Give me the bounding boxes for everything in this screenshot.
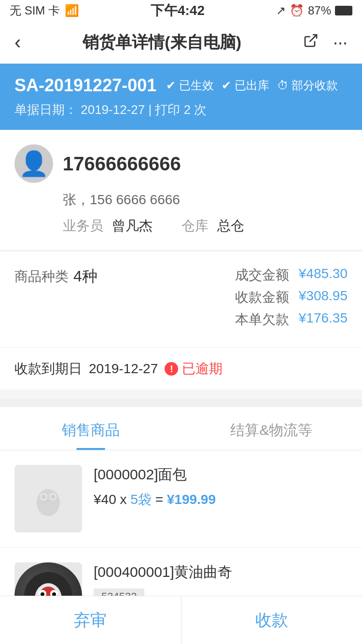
product-placeholder-1: 品+ [14, 465, 82, 532]
alarm-icon: ⏰ [290, 4, 304, 17]
cancel-review-label: 弃审 [74, 609, 107, 631]
amount-label: 成交金额 [235, 266, 289, 284]
amount-value: ¥485.30 [299, 266, 348, 284]
nav-bar: ‹ 销货单详情(来自电脑) ··· [0, 21, 362, 64]
header-banner: SA-20191227-001 ✔ 已生效 ✔ 已出库 ⏱ 部分收款 单据日期：… [0, 64, 362, 130]
stats-left: 商品种类 4种 [14, 266, 97, 287]
due-section: 收款到期日 2019-12-27 ! 已逾期 [0, 348, 362, 390]
warehouse-info: 仓库 总仓 [181, 217, 244, 235]
nav-actions: ··· [303, 32, 348, 53]
tabs: 销售商品 结算&物流等 [0, 407, 362, 450]
share-icon[interactable] [303, 32, 319, 53]
status-bar-right: ↗ ⏰ 87% [276, 4, 352, 17]
warehouse-name: 总仓 [217, 218, 244, 233]
overdue-icon: ! [165, 362, 178, 376]
print-count: | 打印 2 次 [148, 102, 207, 117]
debt-row: 本单欠款 ¥176.35 [235, 310, 348, 329]
banner-top: SA-20191227-001 ✔ 已生效 ✔ 已出库 ⏱ 部分收款 [14, 75, 348, 96]
status-bar-left: 无 SIM 卡 📶 [10, 3, 79, 18]
received-label: 收款金额 [235, 288, 289, 307]
collect-button[interactable]: 收款 [181, 596, 362, 644]
banner-date: 单据日期： 2019-12-27 | 打印 2 次 [14, 101, 348, 118]
product-info-1: [0000002]面包 ¥40 x 5袋 = ¥199.99 [94, 465, 348, 509]
customer-row: 👤 17666666666 [14, 144, 348, 183]
badge-partial: ⏱ 部分收款 [277, 78, 338, 93]
back-button[interactable]: ‹ [14, 31, 21, 53]
product-name-2: [000400001]黄油曲奇 [94, 562, 348, 582]
badge-shipped: ✔ 已出库 [222, 78, 269, 93]
customer-section: 👤 17666666666 张，156 6666 6666 业务员 曾凡杰 仓库… [0, 130, 362, 250]
svg-point-4 [42, 495, 45, 499]
svg-point-1 [37, 489, 60, 516]
cancel-review-button[interactable]: 弃审 [0, 596, 181, 644]
location-icon: ↗ [276, 4, 286, 17]
badge-activated: ✔ 已生效 [166, 78, 214, 93]
tab-settlement[interactable]: 结算&物流等 [181, 407, 362, 450]
price-eq-1: = [155, 492, 167, 507]
stats-section: 商品种类 4种 成交金额 ¥485.30 收款金额 ¥308.95 本单欠款 ¥… [0, 252, 362, 347]
amount-row: 成交金额 ¥485.30 [235, 266, 348, 284]
agent-info: 业务员 曾凡杰 [63, 217, 153, 235]
product-image-1: 品+ [14, 465, 82, 532]
received-value: ¥308.95 [299, 288, 348, 307]
date-value: 2019-12-27 [81, 102, 145, 117]
page-title: 销货单详情(来自电脑) [83, 31, 241, 54]
product-name-1: [0000002]面包 [94, 465, 348, 485]
tab-settlement-label: 结算&物流等 [230, 422, 312, 438]
collect-label: 收款 [255, 609, 288, 631]
due-label: 收款到期日 [14, 360, 82, 378]
warehouse-label: 仓库 [181, 218, 209, 233]
overdue-text: 已逾期 [182, 360, 223, 378]
received-row: 收款金额 ¥308.95 [235, 288, 348, 307]
customer-phone: 17666666666 [63, 153, 181, 175]
table-row: 品+ [0000002]面包 ¥40 x 5袋 = ¥199.99 [0, 450, 362, 547]
battery-icon [335, 6, 352, 15]
status-bar: 无 SIM 卡 📶 下午4:42 ↗ ⏰ 87% [0, 0, 362, 21]
section-divider [0, 399, 362, 407]
avatar: 👤 [14, 144, 53, 183]
stats-row: 商品种类 4种 成交金额 ¥485.30 收款金额 ¥308.95 本单欠款 ¥… [14, 266, 348, 333]
category-label: 商品种类 [14, 267, 69, 286]
tab-products[interactable]: 销售商品 [0, 407, 181, 450]
avatar-icon: 👤 [19, 150, 49, 178]
product-price-1: ¥40 x 5袋 = ¥199.99 [94, 490, 348, 509]
battery-label: 87% [308, 4, 331, 17]
price-base-1: ¥40 [94, 492, 116, 507]
date-label: 单据日期： [14, 102, 77, 117]
bottom-bar: 弃审 收款 [0, 596, 362, 644]
svg-line-0 [309, 35, 317, 42]
stats-right: 成交金额 ¥485.30 收款金额 ¥308.95 本单欠款 ¥176.35 [235, 266, 348, 333]
overdue-badge: ! 已逾期 [165, 360, 223, 378]
carrier-label: 无 SIM 卡 [10, 3, 60, 18]
status-bar-time: 下午4:42 [151, 1, 205, 20]
price-x-1: x [120, 492, 131, 507]
category-value: 4种 [73, 266, 97, 287]
agent-name: 曾凡杰 [112, 218, 153, 233]
status-badges: ✔ 已生效 ✔ 已出库 ⏱ 部分收款 [166, 78, 338, 93]
debt-label: 本单欠款 [235, 310, 289, 329]
price-qty-1: 5袋 [130, 492, 152, 507]
debt-value: ¥176.35 [299, 310, 348, 329]
svg-point-5 [51, 495, 55, 499]
due-date: 2019-12-27 [89, 361, 158, 377]
customer-meta: 业务员 曾凡杰 仓库 总仓 [14, 217, 348, 235]
agent-label: 业务员 [63, 218, 103, 233]
customer-name-phone: 张，156 6666 6666 [14, 191, 348, 209]
more-icon[interactable]: ··· [333, 32, 348, 53]
tab-products-label: 销售商品 [62, 422, 120, 438]
order-id: SA-20191227-001 [14, 75, 156, 96]
price-total-1: ¥199.99 [167, 492, 216, 507]
wifi-icon: 📶 [65, 4, 79, 17]
svg-text:品+: 品+ [41, 511, 47, 515]
